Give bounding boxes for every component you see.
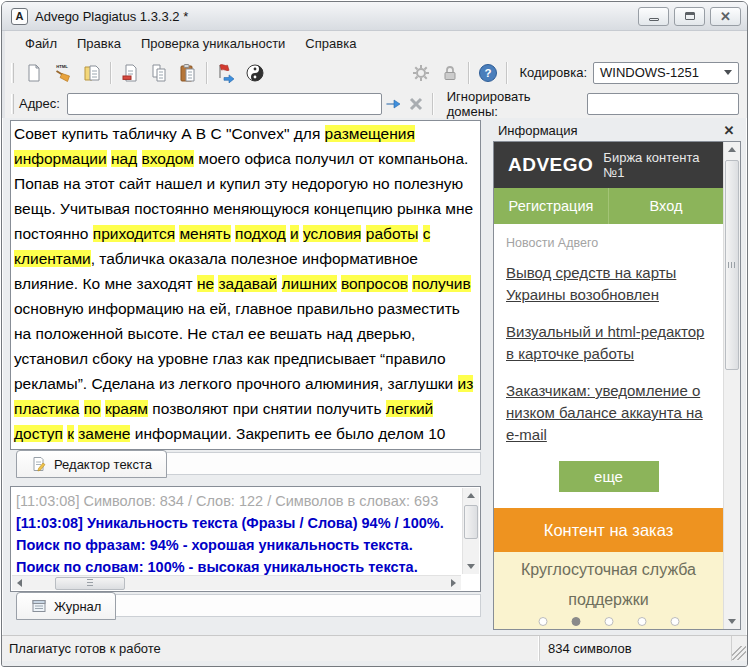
info-panel-header: Информация ✕: [493, 120, 741, 141]
address-label: Адрес:: [19, 96, 60, 111]
scroll-up-arrow[interactable]: [463, 488, 478, 503]
maximize-icon: [685, 12, 695, 20]
go-button[interactable]: [382, 92, 405, 116]
resize-grip[interactable]: [732, 646, 746, 660]
log-vscroll-thumb[interactable]: [464, 505, 478, 539]
app-window: A Advego Plagiatus 1.3.3.2 * ✕ ФайлПравк…: [1, 1, 748, 667]
carousel-dot[interactable]: [571, 617, 580, 626]
toolbar-separator: [110, 62, 111, 84]
close-button[interactable]: ✕: [710, 7, 741, 26]
status-message: Плагиатус готов к работе: [2, 636, 540, 661]
remove-text-button[interactable]: [115, 59, 144, 86]
start-check-button[interactable]: [211, 59, 240, 86]
deep-check-button[interactable]: [240, 59, 269, 86]
info-panel: Информация ✕ ADVEGO Биржа контента №1 Ре…: [493, 120, 741, 633]
log-horizontal-scrollbar[interactable]: [12, 575, 461, 590]
clean-html-icon: HTML: [53, 63, 73, 83]
text-editor[interactable]: Совет купить табличку А В С "Convex" для…: [10, 120, 481, 450]
text-segment: к: [67, 425, 74, 442]
advego-logo: ADVEGO: [508, 154, 593, 176]
window-frame-bottom: [2, 661, 747, 666]
toolbar-separator: [206, 62, 207, 84]
clear-address-button[interactable]: [405, 92, 428, 116]
menu-item[interactable]: Файл: [15, 33, 67, 54]
toolbar-grip[interactable]: [11, 63, 14, 83]
open-document-icon: [82, 63, 102, 83]
encoding-value: WINDOWS-1251: [600, 65, 699, 80]
register-button[interactable]: Регистрация: [494, 188, 609, 224]
support-banner[interactable]: Круглосуточная служба поддержки: [494, 552, 723, 629]
deep-check-icon: [245, 63, 265, 83]
log-hscroll-thumb[interactable]: [55, 577, 125, 590]
news-link[interactable]: Визуальный и html-редактор в карточке ра…: [506, 321, 711, 365]
carousel-dot[interactable]: [538, 617, 547, 626]
tab-text-editor-label: Редактор текста: [54, 457, 152, 472]
text-segment: [79, 400, 83, 417]
carousel-dot[interactable]: [637, 617, 646, 626]
scroll-down-arrow[interactable]: [724, 614, 739, 629]
settings-gear-icon: [411, 63, 431, 83]
menu-bar: ФайлПравкаПроверка уникальностиСправка: [2, 31, 747, 56]
chevron-down-icon: [724, 70, 732, 75]
svg-text:?: ?: [484, 67, 491, 79]
menu-item[interactable]: Правка: [67, 33, 131, 54]
carousel-dots: [538, 617, 679, 626]
char-count: 834 символов: [540, 636, 732, 661]
thumb-grip: [728, 262, 736, 268]
settings-button[interactable]: [406, 59, 435, 86]
lock-button[interactable]: [435, 59, 464, 86]
edit-document-icon: [31, 456, 47, 472]
support-line2: поддержки: [568, 591, 648, 609]
login-button[interactable]: Вход: [609, 188, 723, 224]
carousel-dot[interactable]: [604, 617, 613, 626]
text-segment: над: [111, 150, 137, 167]
carousel-dot[interactable]: [670, 617, 679, 626]
menu-item[interactable]: Проверка уникальности: [131, 33, 295, 54]
scroll-left-arrow[interactable]: [12, 576, 27, 591]
minimize-button[interactable]: [638, 7, 669, 26]
addressbar-separator: [432, 93, 433, 115]
new-document-icon: [24, 63, 44, 83]
content-order-banner[interactable]: Контент на заказ: [494, 508, 723, 552]
clean-html-button[interactable]: HTML: [48, 59, 77, 86]
panel-vertical-scrollbar[interactable]: [723, 142, 740, 629]
paste-button[interactable]: [173, 59, 202, 86]
menu-item[interactable]: Справка: [295, 33, 366, 54]
advego-brand-bar[interactable]: ADVEGO Биржа контента №1: [494, 142, 723, 188]
text-segment: не: [197, 275, 214, 292]
address-input[interactable]: [67, 93, 382, 115]
clear-x-icon: [409, 97, 423, 111]
scroll-down-arrow[interactable]: [463, 559, 478, 574]
new-document-button[interactable]: [19, 59, 48, 86]
news-link[interactable]: Вывод средств на карты Украины возобновл…: [506, 262, 711, 306]
text-segment: получив: [412, 275, 470, 292]
addressbar-grip[interactable]: [11, 94, 14, 114]
text-segment: позволяют при снятии получить: [148, 400, 386, 417]
toolbar-separator: [506, 62, 507, 84]
help-button[interactable]: ?: [473, 59, 502, 86]
news-link[interactable]: Заказчикам: уведомление о низком балансе…: [506, 380, 711, 446]
text-segment: подход: [235, 225, 286, 242]
open-document-button[interactable]: [77, 59, 106, 86]
tab-journal-label: Журнал: [54, 599, 101, 614]
minimize-icon: [649, 18, 659, 21]
tab-text-editor[interactable]: Редактор текста: [16, 450, 167, 478]
log-vertical-scrollbar[interactable]: [462, 488, 479, 574]
panel-close-icon[interactable]: ✕: [720, 123, 738, 138]
svg-text:HTML: HTML: [56, 64, 68, 69]
thumb-grip: [87, 579, 93, 587]
advego-tagline: Биржа контента №1: [603, 150, 709, 180]
encoding-select[interactable]: WINDOWS-1251: [593, 62, 739, 84]
maximize-button[interactable]: [674, 7, 705, 26]
tab-journal[interactable]: Журнал: [16, 592, 116, 620]
ignore-domains-input[interactable]: [587, 93, 739, 115]
tab-strip: [115, 594, 481, 617]
title-bar: A Advego Plagiatus 1.3.3.2 * ✕: [2, 2, 747, 31]
scroll-right-arrow[interactable]: [446, 576, 461, 591]
more-news-button[interactable]: еще: [559, 461, 659, 492]
log-line: [11:03:08] Уникальность текста (Фразы / …: [16, 512, 458, 534]
copy-button[interactable]: [144, 59, 173, 86]
scroll-up-arrow[interactable]: [724, 142, 739, 157]
text-segment: с: [423, 225, 431, 242]
panel-vscroll-thumb[interactable]: [725, 160, 739, 370]
